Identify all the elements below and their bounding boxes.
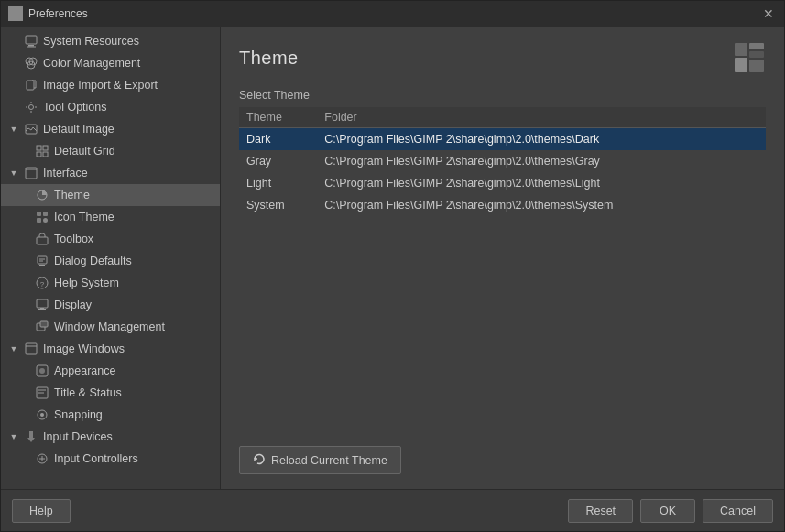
placeholder-arrow xyxy=(8,36,19,47)
sidebar-item-appearance[interactable]: Appearance xyxy=(1,360,220,382)
cancel-button[interactable]: Cancel xyxy=(703,499,773,523)
column-header-folder: Folder xyxy=(317,107,766,128)
main-body: Select Theme Theme Folder Dark C:\Progra… xyxy=(221,81,784,489)
sidebar-item-label: Tool Options xyxy=(43,101,106,114)
default-grid-icon xyxy=(35,144,49,158)
section-label: Select Theme xyxy=(239,89,766,102)
table-row[interactable]: Gray C:\Program Files\GIMP 2\share\gimp\… xyxy=(239,150,766,172)
svg-rect-10 xyxy=(27,81,34,90)
reload-theme-button[interactable]: Reload Current Theme xyxy=(239,446,401,474)
svg-rect-54 xyxy=(749,51,764,58)
svg-rect-24 xyxy=(37,212,41,216)
theme-header-icon xyxy=(733,41,766,74)
sidebar-item-image-import-export[interactable]: Image Import & Export xyxy=(1,74,220,96)
sidebar-item-label: Appearance xyxy=(54,364,115,377)
table-row[interactable]: System C:\Program Files\GIMP 2\share\gim… xyxy=(239,194,766,216)
sidebar-item-help-system[interactable]: ? Help System xyxy=(1,272,220,294)
svg-rect-2 xyxy=(9,15,15,20)
table-row[interactable]: Light C:\Program Files\GIMP 2\share\gimp… xyxy=(239,172,766,194)
sidebar-item-snapping[interactable]: Snapping xyxy=(1,404,220,426)
sidebar-item-label: Help System xyxy=(54,277,119,289)
reload-button-label: Reload Current Theme xyxy=(271,454,387,467)
reset-button[interactable]: Reset xyxy=(568,499,633,523)
svg-rect-3 xyxy=(16,15,22,20)
sidebar-item-label: Dialog Defaults xyxy=(54,255,132,267)
svg-point-43 xyxy=(39,368,45,374)
svg-rect-4 xyxy=(26,36,37,44)
toolbox-icon xyxy=(35,232,49,246)
sidebar-item-display[interactable]: Display xyxy=(1,294,220,316)
theme-name-cell: Light xyxy=(239,172,317,194)
sidebar-item-label: Theme xyxy=(54,189,90,201)
svg-rect-0 xyxy=(9,7,15,13)
import-export-icon xyxy=(24,78,38,92)
page-title: Theme xyxy=(239,48,299,69)
sidebar-item-default-grid[interactable]: Default Grid xyxy=(1,140,220,162)
svg-rect-25 xyxy=(43,212,48,216)
dialog-content: System Resources Color Management Image … xyxy=(1,27,784,489)
input-controllers-icon xyxy=(35,451,49,466)
dialog-defaults-icon xyxy=(35,254,49,268)
sidebar-item-icon-theme[interactable]: Icon Theme xyxy=(1,206,220,228)
main-header: Theme xyxy=(221,27,784,81)
svg-rect-55 xyxy=(735,58,747,72)
theme-folder-cell: C:\Program Files\GIMP 2\share\gimp\2.0\t… xyxy=(317,128,766,151)
sidebar-item-default-image[interactable]: ▼ Default Image xyxy=(1,118,220,140)
sidebar-item-theme[interactable]: Theme xyxy=(1,184,220,206)
reload-icon xyxy=(253,452,266,468)
svg-rect-40 xyxy=(26,343,37,354)
snapping-icon xyxy=(35,407,49,422)
sidebar-item-image-windows[interactable]: ▼ Image Windows xyxy=(1,338,220,360)
svg-rect-29 xyxy=(38,256,47,264)
svg-rect-26 xyxy=(37,218,41,223)
theme-icon xyxy=(35,188,49,202)
sidebar-item-label: Toolbox xyxy=(54,233,93,245)
sidebar: System Resources Color Management Image … xyxy=(1,27,221,489)
sidebar-item-label: Title & Status xyxy=(54,386,122,399)
svg-rect-30 xyxy=(39,265,45,266)
svg-rect-56 xyxy=(749,60,764,72)
sidebar-item-tool-options[interactable]: Tool Options xyxy=(1,96,220,118)
sidebar-item-label: Snapping xyxy=(54,408,103,421)
sidebar-item-title-status[interactable]: Title & Status xyxy=(1,382,220,404)
sidebar-item-interface[interactable]: ▼ Interface xyxy=(1,162,220,184)
close-button[interactable]: ✕ xyxy=(760,5,777,22)
appearance-icon xyxy=(35,364,49,378)
image-windows-icon xyxy=(24,342,38,356)
title-status-icon xyxy=(35,385,49,400)
preferences-dialog: Preferences ✕ System Resources Color Man… xyxy=(0,0,785,532)
svg-rect-19 xyxy=(37,152,41,157)
theme-folder-cell: C:\Program Files\GIMP 2\share\gimp\2.0\t… xyxy=(317,194,766,216)
table-row[interactable]: Dark C:\Program Files\GIMP 2\share\gimp\… xyxy=(239,128,766,151)
svg-rect-18 xyxy=(43,146,48,150)
sidebar-item-input-controllers[interactable]: Input Controllers xyxy=(1,448,220,470)
app-icon xyxy=(8,6,23,21)
theme-name-cell: Dark xyxy=(239,128,317,151)
collapse-arrow-interface: ▼ xyxy=(8,168,19,179)
svg-point-48 xyxy=(40,413,44,417)
sidebar-item-label: Image Windows xyxy=(43,342,125,355)
collapse-arrow-image-windows: ▼ xyxy=(8,343,19,354)
window-management-icon xyxy=(35,320,49,334)
theme-table: Theme Folder Dark C:\Program Files\GIMP … xyxy=(239,107,766,216)
default-image-icon xyxy=(24,122,38,136)
icon-theme-icon xyxy=(35,210,49,224)
sidebar-item-label: Interface xyxy=(43,167,88,179)
footer: Help Reset OK Cancel xyxy=(1,489,784,531)
svg-rect-17 xyxy=(37,146,41,150)
theme-name-cell: Gray xyxy=(239,150,317,172)
sidebar-item-input-devices[interactable]: ▼ Input Devices xyxy=(1,426,220,448)
sidebar-item-system-resources[interactable]: System Resources xyxy=(1,30,220,52)
sidebar-item-dialog-defaults[interactable]: Dialog Defaults xyxy=(1,250,220,272)
theme-name-cell: System xyxy=(239,194,317,216)
ok-button[interactable]: OK xyxy=(640,499,695,523)
help-button[interactable]: Help xyxy=(12,499,71,523)
column-header-theme: Theme xyxy=(239,107,317,128)
sidebar-item-label: Display xyxy=(54,299,92,311)
sidebar-item-color-management[interactable]: Color Management xyxy=(1,52,220,74)
svg-rect-53 xyxy=(749,43,764,49)
sidebar-item-toolbox[interactable]: Toolbox xyxy=(1,228,220,250)
svg-rect-28 xyxy=(37,237,48,244)
svg-rect-52 xyxy=(735,43,747,56)
sidebar-item-window-management[interactable]: Window Management xyxy=(1,316,220,338)
